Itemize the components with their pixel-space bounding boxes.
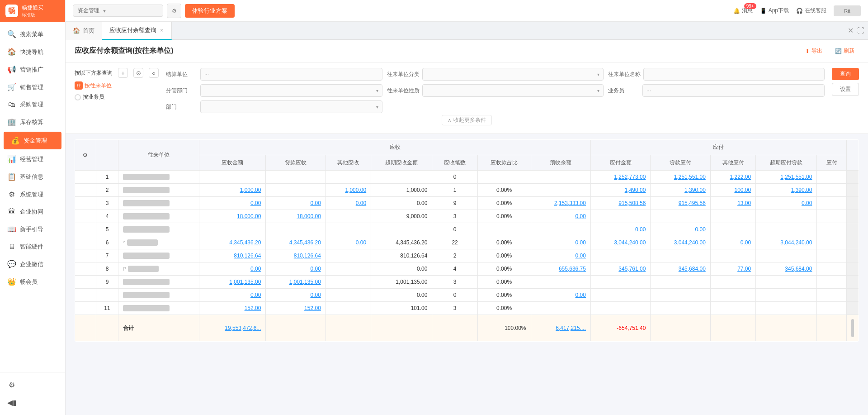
row-qita-yingfu-10	[710, 302, 755, 315]
table-row: 11 ████████████ 152.00 152.00 101.00 3 0…	[75, 302, 859, 315]
sidebar-item-system[interactable]: ⚙ 系统管理	[0, 186, 65, 203]
yingfu-cont-header: 应付	[817, 155, 847, 171]
filter-add-button[interactable]: +	[118, 68, 128, 78]
query-button[interactable]: 查询	[832, 68, 859, 80]
row-settings-3[interactable]	[75, 210, 96, 223]
sidebar-item-hardware[interactable]: 🖥 智能硬件	[0, 238, 65, 255]
expand-window-icon[interactable]: ⛶	[857, 27, 864, 35]
user-avatar[interactable]: Rit	[834, 5, 861, 16]
sidebar-item-finance[interactable]: 💰 资金管理	[4, 132, 61, 149]
sidebar-item-shortcut[interactable]: 🏠 快捷导航	[0, 43, 65, 61]
sidebar-item-enterprise[interactable]: 🏛 企业协同	[0, 203, 65, 220]
export-button[interactable]: ⬆ 导出	[801, 45, 827, 57]
shortcut-icon: 🏠	[7, 48, 16, 56]
row-settings-10[interactable]	[75, 302, 96, 315]
yingfu-jine-header: 应付金额	[590, 155, 650, 171]
sidebar-label-enterprise: 企业协同	[20, 208, 43, 216]
row-chaoqi-yingfu-7: 345,684.00	[756, 262, 817, 276]
row-num-4: 5	[96, 223, 118, 236]
row-yushou-3: 0.00	[531, 210, 590, 223]
yewuyuan-input[interactable]: ···	[642, 84, 825, 97]
field-laiwai-xingzhi: 往来单位性质 ▾	[387, 84, 604, 97]
row-settings-6[interactable]	[75, 249, 96, 262]
filter-collapse-button[interactable]: «	[149, 68, 159, 78]
row-chaoqi-yingfu-6	[756, 249, 817, 262]
row-yingshou-jine-10: 152.00	[199, 302, 266, 315]
settings-icon[interactable]: ⚙	[167, 4, 181, 18]
sidebar-item-basic[interactable]: 📋 基础信息	[0, 168, 65, 186]
row-qita-yingshou-10	[326, 302, 371, 315]
tab-home[interactable]: 🏠 首页	[66, 22, 102, 40]
collapse-conditions-button[interactable]: ∧ 收起更多条件	[442, 115, 492, 125]
jiesuan-input[interactable]: ···	[200, 68, 382, 81]
field-bumen: 部门 ▾	[166, 100, 382, 113]
promo-button[interactable]: 体验行业方案	[185, 4, 235, 18]
filter-option-salesman[interactable]: 按业务员	[75, 93, 159, 101]
tab-close-icon[interactable]: ×	[159, 26, 164, 34]
row-settings-9[interactable]	[75, 289, 96, 302]
row-daikuan-yingshou-1	[266, 184, 326, 197]
filter-label: 按以下方案查询	[75, 69, 113, 77]
filter-settings-button[interactable]: ⊙	[133, 68, 143, 78]
refresh-button[interactable]: 🔄 刷新	[830, 45, 859, 57]
row-yingfu-jine-2: 915,508.56	[590, 197, 650, 210]
filter-option-unit[interactable]: 往 按往来单位	[75, 81, 159, 90]
sidebar-item-guide[interactable]: 📖 新手引导	[0, 220, 65, 238]
row-settings-4[interactable]	[75, 223, 96, 236]
row-qita-yingshou-8	[326, 276, 371, 289]
row-cont-2	[817, 197, 847, 210]
sidebar-gear[interactable]: ⚙	[0, 376, 65, 394]
row-settings-8[interactable]	[75, 276, 96, 289]
tab-receivable[interactable]: 应收应付余额查询 ×	[102, 22, 172, 40]
app-download[interactable]: 📱 App下载	[760, 7, 789, 14]
row-settings-7[interactable]	[75, 262, 96, 276]
sidebar-item-vip[interactable]: 👑 畅会员	[0, 273, 65, 291]
row-daikuan-yingshou-2: 0.00	[266, 197, 326, 210]
row-num-9	[96, 289, 118, 302]
sidebar-item-inventory[interactable]: 🏢 库存核算	[0, 113, 65, 131]
filter-settings2-button[interactable]: 设置	[832, 83, 859, 96]
row-chaoqi-jine-6: 810,126.64	[371, 249, 432, 262]
row-bishu-2: 9	[432, 197, 477, 210]
table-row: 3 ████████████ 0.00 0.00 0.00 0.00 9 0.0…	[75, 197, 859, 210]
notification-area[interactable]: 🔔 消息 99+	[733, 7, 753, 14]
dropdown-arrow-icon: ▾	[597, 72, 599, 77]
bumen-input[interactable]: ▾	[200, 100, 382, 113]
row-daikuan-yingshou-5: 4,345,436.20	[266, 236, 326, 249]
table-settings-header[interactable]: ⚙	[75, 140, 96, 171]
row-yingshou-jine-2: 0.00	[199, 197, 266, 210]
laiwai-fenlei-input[interactable]: ▾	[422, 68, 604, 81]
row-chaoqi-yingfu-4	[756, 223, 817, 236]
sidebar-bottom: ⚙ ◀▮	[0, 372, 65, 415]
online-service[interactable]: 🎧 在线客服	[796, 7, 826, 14]
row-settings-0[interactable]	[75, 171, 96, 184]
row-settings-2[interactable]	[75, 197, 96, 210]
row-cont-7	[817, 262, 847, 276]
fenguan-input[interactable]: ▾	[200, 84, 382, 97]
breadcrumb[interactable]: 资金管理 ▾	[73, 5, 163, 17]
inventory-icon: 🏢	[7, 118, 16, 126]
management-icon: 📊	[7, 155, 16, 163]
row-zhanbi-1: 0.00%	[477, 184, 531, 197]
xingzhi-arrow-icon: ▾	[597, 88, 599, 93]
sidebar-item-marketing[interactable]: 📢 营销推广	[0, 61, 65, 78]
laiwai-xingzhi-input[interactable]: ▾	[422, 84, 604, 97]
row-chaoqi-jine-2: 0.00	[371, 197, 432, 210]
close-window-icon[interactable]: ✕	[848, 26, 854, 35]
sidebar-item-sales[interactable]: 🛒 销售管理	[0, 78, 65, 96]
row-settings-1[interactable]	[75, 184, 96, 197]
row-zhanbi-8: 0.00%	[477, 276, 531, 289]
sidebar-item-purchase[interactable]: 🛍 采购管理	[0, 96, 65, 113]
row-yingfu-jine-10	[590, 302, 650, 315]
row-settings-5[interactable]	[75, 236, 96, 249]
field-jiesuan: 结算单位 ···	[166, 68, 382, 81]
row-yushou-2: 2,153,333.00	[531, 197, 590, 210]
main-content: 🏠 首页 应收应付余额查询 × ✕ ⛶ 应收应付余额查询(按往来单位) ⬆ 导出	[66, 22, 868, 415]
sidebar-item-management[interactable]: 📊 经营管理	[0, 150, 65, 168]
laiwai-mingcheng-input[interactable]	[643, 68, 825, 81]
sidebar-item-search[interactable]: 🔍 搜索菜单	[0, 25, 65, 43]
sidebar-collapse[interactable]: ◀▮	[0, 394, 65, 411]
row-chaoqi-jine-9: 0.00	[371, 289, 432, 302]
table-row: 5 ████████████ 0 0.00 0.00	[75, 223, 859, 236]
sidebar-item-wechat[interactable]: 💬 企业微信	[0, 255, 65, 273]
